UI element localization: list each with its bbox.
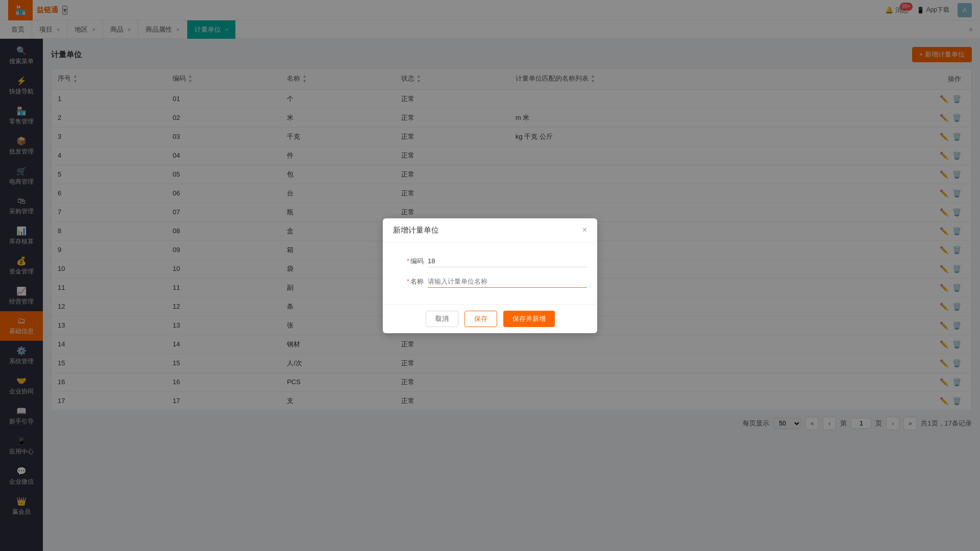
modal-footer: 取消 保存 保存并新增 — [383, 304, 597, 333]
code-input[interactable] — [428, 255, 587, 267]
modal-header: 新增计量单位 × — [383, 218, 597, 243]
modal-close-button[interactable]: × — [582, 226, 587, 235]
modal-add-measure-unit: 新增计量单位 × *编码 *名称 取消 保存 保存并新增 — [383, 218, 597, 333]
modal-title: 新增计量单位 — [393, 226, 439, 235]
cancel-button[interactable]: 取消 — [426, 311, 458, 327]
save-button[interactable]: 保存 — [464, 311, 497, 327]
name-label: *名称 — [393, 277, 424, 286]
modal-body: *编码 *名称 — [383, 243, 597, 304]
form-row-name: *名称 — [393, 276, 587, 288]
form-row-code: *编码 — [393, 255, 587, 267]
modal-overlay: 新增计量单位 × *编码 *名称 取消 保存 保存并新增 — [0, 0, 980, 551]
save-add-button[interactable]: 保存并新增 — [503, 311, 555, 327]
code-label: *编码 — [393, 257, 424, 266]
name-input[interactable] — [428, 276, 587, 288]
